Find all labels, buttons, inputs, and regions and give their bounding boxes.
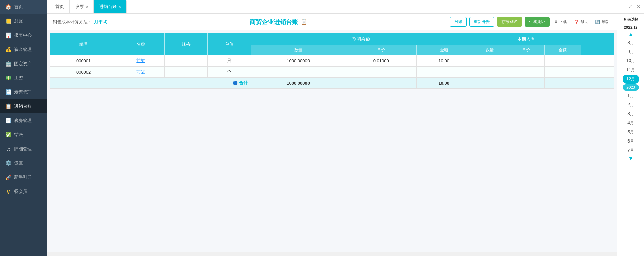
col-init-price-header: 单价 <box>346 45 416 55</box>
month-item-9[interactable]: 9月 <box>617 47 644 56</box>
reconcile-button[interactable]: 对账 <box>450 17 467 27</box>
total-icon: 🔵 <box>233 81 238 85</box>
month-item-6[interactable]: 6月 <box>617 137 644 146</box>
sidebar-label-invoice-mgmt: 发票管理 <box>14 89 32 95</box>
sidebar-item-purchase-sales[interactable]: 📋 进销台账 <box>0 99 47 113</box>
page-title: 商贸企业进销台账 <box>250 18 298 26</box>
sidebar-label-assets: 固定资产 <box>14 61 32 67</box>
cell-in-amount <box>545 55 581 67</box>
col-init-header: 期初余额 <box>251 33 471 45</box>
cell-in-qty <box>471 67 508 78</box>
close-button[interactable]: ✕ <box>636 4 641 9</box>
help-button[interactable]: ❓ 帮助 <box>572 18 590 26</box>
sidebar-item-settings[interactable]: ⚙️ 设置 <box>0 156 47 170</box>
sidebar-label-purchase-sales: 进销台账 <box>14 103 32 109</box>
download-icon: ⬇ <box>554 20 558 24</box>
tab-purchase-sales[interactable]: 进销台账 × <box>94 0 126 13</box>
cell-in-price <box>508 55 544 67</box>
sidebar-item-invoice-mgmt[interactable]: 🧾 发票管理 <box>0 85 47 99</box>
month-item-2[interactable]: 2月 <box>617 100 644 109</box>
cell-unit: 只 <box>208 55 251 67</box>
sidebar-item-checkout[interactable]: ✅ 结账 <box>0 128 47 142</box>
save-as-button[interactable]: 存报别名 <box>497 17 522 27</box>
tab-invoice-label: 发票 <box>75 4 84 10</box>
vip-icon: V <box>5 189 11 195</box>
month-up-arrow[interactable]: ▲ <box>628 31 634 38</box>
cell-in-price <box>508 67 544 78</box>
tab-home[interactable]: 首页 <box>50 0 70 13</box>
month-item-3[interactable]: 3月 <box>617 109 644 119</box>
tax-icon: 📑 <box>5 118 11 124</box>
total-extra <box>581 78 614 89</box>
download-label: 下载 <box>559 19 567 25</box>
help-icon: ❓ <box>574 20 579 24</box>
col-name-header: 名称 <box>117 33 165 55</box>
report-icon: 📊 <box>5 32 11 39</box>
total-init-price <box>346 78 416 89</box>
cell-init-qty: 1000.00000 <box>251 55 346 67</box>
month-item-1[interactable]: 1月 <box>617 91 644 100</box>
cost-method-value: 月平均 <box>94 19 107 25</box>
sidebar-item-salary[interactable]: 💵 工资 <box>0 71 47 85</box>
maximize-button[interactable]: ⤢ <box>628 4 633 9</box>
minimize-button[interactable]: — <box>620 4 625 9</box>
col-code-header: 编号 <box>50 33 117 55</box>
reopen-button[interactable]: 重新开账 <box>469 17 494 27</box>
sidebar-label-vip: 畅会员 <box>14 188 27 195</box>
month-item-4[interactable]: 4月 <box>617 119 644 128</box>
month-down-arrow[interactable]: ▼ <box>628 155 634 162</box>
sidebar-item-report[interactable]: 📊 报表中心 <box>0 28 47 43</box>
settings-icon: ⚙️ <box>5 160 11 166</box>
total-label-text: 合计 <box>239 80 248 86</box>
sidebar-label-home: 首页 <box>14 4 23 10</box>
tab-invoice-close[interactable]: × <box>86 5 88 9</box>
total-init-amount: 10.00 <box>416 78 471 89</box>
month-item-10[interactable]: 10月 <box>617 56 644 66</box>
horizontal-scrollbar[interactable] <box>47 252 617 256</box>
month-item-5[interactable]: 5月 <box>617 128 644 137</box>
sidebar-item-vip[interactable]: V 畅会员 <box>0 184 47 199</box>
sidebar-item-ledger[interactable]: 📒 总账 <box>0 14 47 28</box>
month-item-8[interactable]: 8月 <box>617 38 644 47</box>
generate-button[interactable]: 生成凭证 <box>525 17 550 27</box>
refresh-label: 刷新 <box>602 19 610 25</box>
sidebar-item-home[interactable]: 🏠 首页 <box>0 0 47 14</box>
home-icon: 🏠 <box>5 4 11 10</box>
month-item-7[interactable]: 7月 <box>617 146 644 155</box>
assets-icon: 🏢 <box>5 61 11 67</box>
sidebar-label-settings: 设置 <box>14 160 23 166</box>
sidebar-item-guide[interactable]: 🚀 新手引导 <box>0 170 47 184</box>
col-init-amount-header: 金额 <box>416 45 471 55</box>
month-item-12[interactable]: 12月 <box>623 75 639 84</box>
sidebar-item-tax[interactable]: 📑 税务管理 <box>0 113 47 128</box>
month-item-11[interactable]: 11月 <box>617 66 644 75</box>
sidebar-item-archive[interactable]: 🗂 归档管理 <box>0 142 47 156</box>
purchase-sales-icon: 📋 <box>5 103 11 109</box>
sidebar-label-archive: 归档管理 <box>14 146 32 152</box>
sidebar-item-assets[interactable]: 🏢 固定资产 <box>0 57 47 71</box>
sidebar-label-checkout: 结账 <box>14 132 23 138</box>
cell-code: 000002 <box>50 67 117 78</box>
refresh-button[interactable]: 🔄 刷新 <box>593 18 612 26</box>
cell-in-qty <box>471 55 508 67</box>
table-wrapper: 编号 名称 规格 单位 期初余额 本期入库 数量 单价 金额 数量 <box>47 30 617 252</box>
cell-extra <box>581 55 614 67</box>
cell-code: 000001 <box>50 55 117 67</box>
col-spec-header: 规格 <box>165 33 208 55</box>
download-button[interactable]: ⬇ 下载 <box>552 18 569 26</box>
ledger-icon: 📒 <box>5 18 11 24</box>
total-label-cell: 🔵 合计 <box>50 78 251 89</box>
tab-purchase-sales-close[interactable]: × <box>119 5 121 9</box>
sidebar: 🏠 首页 📒 总账 📊 报表中心 💰 资金管理 🏢 固定资产 💵 工资 🧾 发票… <box>0 0 47 256</box>
tab-invoice[interactable]: 发票 × <box>70 0 94 13</box>
page-title-icon: 📋 <box>301 19 308 25</box>
col-in-price-header: 单价 <box>508 45 544 55</box>
main-area: 首页 发票 × 进销台账 × — ⤢ ✕ 销售成本计算方法： 月平均 商 <box>47 0 644 256</box>
total-init-qty: 1000.00000 <box>251 78 346 89</box>
month-panel-title: 月份选择 <box>622 15 640 24</box>
sidebar-item-funds[interactable]: 💰 资金管理 <box>0 43 47 57</box>
cell-init-amount: 10.00 <box>416 55 471 67</box>
invoice-mgmt-icon: 🧾 <box>5 89 11 95</box>
table-row: 000002 前缸 个 <box>50 67 614 78</box>
page-area: 销售成本计算方法： 月平均 商贸企业进销台账 📋 对账 重新开账 存报别名 生成… <box>47 14 617 256</box>
